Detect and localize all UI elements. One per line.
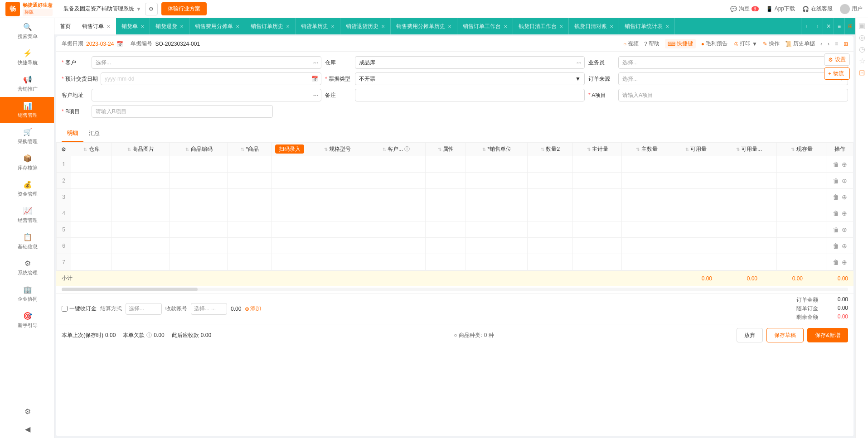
row7-product[interactable] xyxy=(228,254,272,270)
nav-prev-doc[interactable]: ‹ xyxy=(820,41,822,47)
row6-custcode[interactable] xyxy=(366,238,425,254)
tab-return-history-close[interactable]: ✕ xyxy=(381,24,385,29)
row1-product[interactable] xyxy=(228,156,272,173)
tab-return-history[interactable]: 销货退货历史 ✕ xyxy=(340,18,391,34)
row7-avail2[interactable] xyxy=(720,254,777,270)
row7-unit[interactable] xyxy=(466,254,527,270)
row1-current[interactable] xyxy=(777,156,826,173)
sidebar-item-operation[interactable]: 📈 经营管理 xyxy=(0,202,54,228)
row6-mainqty[interactable] xyxy=(622,238,671,254)
sidebar-item-search[interactable]: 🔍 搜索菜单 xyxy=(0,18,54,44)
row1-unit[interactable] xyxy=(466,156,527,173)
online-service-item[interactable]: 🎧 在线客服 xyxy=(802,5,833,13)
tab-invoice-history-close[interactable]: ✕ xyxy=(331,24,335,29)
detail-tab-detail[interactable]: 明细 xyxy=(62,126,83,142)
row7-mainunit[interactable] xyxy=(572,254,622,270)
trial-button[interactable]: 体验行业方案 xyxy=(161,2,207,15)
row3-copy-icon[interactable]: ⊕ xyxy=(842,193,847,201)
row7-custcode[interactable] xyxy=(366,254,425,270)
row4-avail2[interactable] xyxy=(720,205,777,221)
row2-qty2[interactable] xyxy=(527,173,572,189)
row2-code[interactable] xyxy=(170,173,228,189)
row6-delete-icon[interactable]: 🗑 xyxy=(833,242,839,250)
tab-sales-history[interactable]: 销售订单历史 ✕ xyxy=(245,18,296,34)
sidebar-item-marketing[interactable]: 📢 营销推广 xyxy=(0,71,54,97)
right-panel-icon-5[interactable]: ⊡ xyxy=(857,67,868,78)
row4-mainqty[interactable] xyxy=(622,205,671,221)
row4-mainunit[interactable] xyxy=(572,205,622,221)
row4-delete-icon[interactable]: 🗑 xyxy=(833,210,839,217)
row2-avail2[interactable] xyxy=(720,173,777,189)
row7-qty2[interactable] xyxy=(527,254,572,270)
row4-image[interactable] xyxy=(111,205,169,221)
discard-button[interactable]: 放弃 xyxy=(737,328,763,342)
tab-sales-return[interactable]: 销货退货 ✕ xyxy=(150,18,189,34)
quick-settle-input[interactable] xyxy=(62,306,68,312)
tab-fee-history-close[interactable]: ✕ xyxy=(448,24,451,29)
project-a-input[interactable]: 请输入A项目 xyxy=(618,89,848,101)
row4-avail[interactable] xyxy=(671,205,720,221)
row1-spec[interactable] xyxy=(308,156,366,173)
row5-code[interactable] xyxy=(170,221,228,238)
row5-warehouse[interactable] xyxy=(71,221,112,238)
row3-qty2[interactable] xyxy=(527,189,572,205)
sort-avail2-icon[interactable]: ⇅ xyxy=(736,147,740,152)
row5-mainunit[interactable] xyxy=(572,221,622,238)
sort-mainunit-icon[interactable]: ⇅ xyxy=(587,147,591,152)
row2-scan[interactable] xyxy=(272,173,308,189)
app-download-item[interactable]: 📱 App下载 xyxy=(766,5,795,13)
tab-home[interactable]: 首页 xyxy=(54,18,77,34)
tab-sales-return-close[interactable]: ✕ xyxy=(180,24,184,29)
sort-attr-icon[interactable]: ⇅ xyxy=(438,147,441,152)
row4-warehouse[interactable] xyxy=(71,205,112,221)
th-settings[interactable]: ⚙ xyxy=(57,143,71,156)
row3-avail2[interactable] xyxy=(720,189,777,205)
row7-delete-icon[interactable]: 🗑 xyxy=(833,259,839,266)
sidebar-item-system[interactable]: ⚙ 系统管理 xyxy=(0,255,54,281)
row3-product[interactable] xyxy=(228,189,272,205)
row4-current[interactable] xyxy=(777,205,826,221)
row6-warehouse[interactable] xyxy=(71,238,112,254)
nav-next-arrow[interactable]: › xyxy=(812,18,823,34)
row7-copy-icon[interactable]: ⊕ xyxy=(842,259,847,266)
system-dropdown-icon[interactable]: ▼ xyxy=(136,6,141,12)
tab-sales-order-close[interactable]: ✕ xyxy=(107,24,110,29)
sort-spec-icon[interactable]: ⇅ xyxy=(324,147,328,152)
row4-attr[interactable] xyxy=(425,205,466,221)
row4-unit[interactable] xyxy=(466,205,527,221)
tab-sales-fee[interactable]: 销售费用分摊单 ✕ xyxy=(189,18,245,34)
tab-workbench[interactable]: 销售订单工作台 ✕ xyxy=(457,18,513,34)
row6-code[interactable] xyxy=(170,238,228,254)
row3-current[interactable] xyxy=(777,189,826,205)
row7-code[interactable] xyxy=(170,254,228,270)
nav-close-icon[interactable]: ✕ xyxy=(823,18,834,34)
row5-spec[interactable] xyxy=(308,221,366,238)
row3-delete-icon[interactable]: 🗑 xyxy=(833,193,839,201)
sidebar-item-quicknav[interactable]: ⚡ 快捷导航 xyxy=(0,44,54,71)
row2-mainunit[interactable] xyxy=(572,173,622,189)
row4-qty2[interactable] xyxy=(527,205,572,221)
sidebar-item-inventory[interactable]: 📦 库存核算 xyxy=(0,149,54,176)
row6-avail[interactable] xyxy=(671,238,720,254)
tab-daily-clear-close[interactable]: ✕ xyxy=(559,24,563,29)
row2-attr[interactable] xyxy=(425,173,466,189)
sort-avail-icon[interactable]: ⇅ xyxy=(685,147,689,152)
row1-mainqty[interactable] xyxy=(622,156,671,173)
action-print[interactable]: 🖨 打印 ▼ xyxy=(733,40,757,48)
save-draft-button[interactable]: 保存草稿 xyxy=(766,328,804,342)
row3-custcode[interactable] xyxy=(366,189,425,205)
row1-code[interactable] xyxy=(170,156,228,173)
sidebar-item-enterprise[interactable]: 🏢 企业协同 xyxy=(0,281,54,307)
tab-workbench-close[interactable]: ✕ xyxy=(504,24,507,29)
row1-delete-icon[interactable]: 🗑 xyxy=(833,161,839,168)
tab-sales-invoice[interactable]: 销货单 ✕ xyxy=(116,18,150,34)
row1-mainunit[interactable] xyxy=(572,156,622,173)
sort-image-icon[interactable]: ⇅ xyxy=(127,147,131,152)
add-payment-button[interactable]: ⊕ 添加 xyxy=(245,305,261,313)
row2-current[interactable] xyxy=(777,173,826,189)
row2-custcode[interactable] xyxy=(366,173,425,189)
row6-attr[interactable] xyxy=(425,238,466,254)
delivery-date-input[interactable]: yyyy-mm-dd 📅 xyxy=(101,72,321,85)
row6-qty2[interactable] xyxy=(527,238,572,254)
order-source-select[interactable]: 选择... ▼ xyxy=(618,72,848,85)
